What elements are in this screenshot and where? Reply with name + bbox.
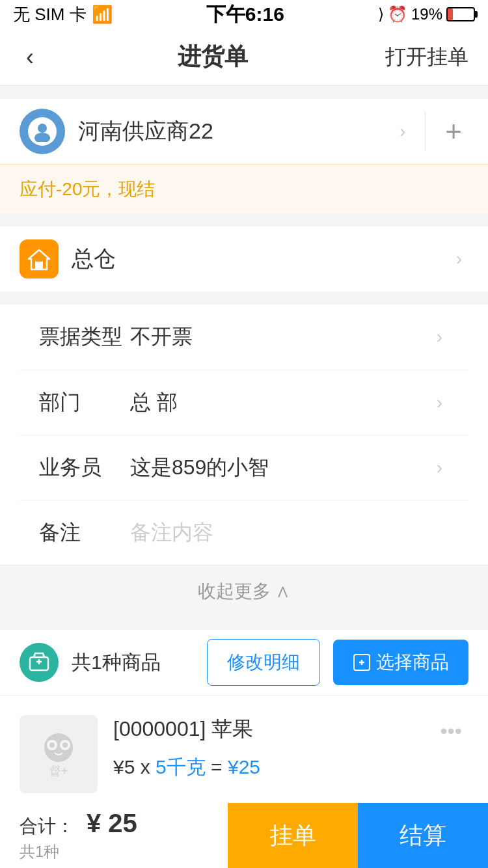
product-price-row: ¥5 x 5千克 = ¥25 [113,754,433,781]
product-info: [0000001] 苹果 ¥5 x 5千克 = ¥25 [113,715,433,781]
svg-point-1 [34,133,50,142]
product-qty: 5千克 [156,756,206,778]
department-label: 部门 [39,388,130,417]
warehouse-chevron-icon: › [456,249,462,269]
product-name: [0000001] 苹果 [113,715,433,744]
hang-order-button[interactable]: 挂单 [228,803,358,868]
avatar-inner [28,117,57,146]
select-product-button[interactable]: 选择商品 [333,640,468,685]
form-section: 票据类型 不开票 › 部门 总 部 › 业务员 这是859的小智 › 备注 备注… [0,305,488,565]
salesperson-value: 这是859的小智 [130,454,437,482]
home-icon [27,247,51,271]
warning-text: 应付-20元，现结 [20,179,155,199]
invoice-type-label: 票据类型 [39,323,130,351]
checkout-button[interactable]: 结算 [358,803,488,868]
alarm-icon: ⏰ [388,5,407,23]
products-icon [20,643,59,682]
svg-point-0 [38,124,47,133]
department-row[interactable]: 部门 总 部 › [20,370,468,435]
total-amount: ¥ 25 [87,809,137,837]
warning-banner: 应付-20元，现结 [0,164,488,213]
supplier-name: 河南供应商22 [78,116,400,146]
invoice-type-chevron-icon: › [437,327,442,347]
department-chevron-icon: › [437,392,442,413]
product-equals: = [211,756,228,778]
section-gap-4 [0,617,488,630]
warehouse-icon [20,239,59,278]
supplier-divider [425,112,426,151]
page-title: 进货单 [178,41,248,73]
salesperson-row[interactable]: 业务员 这是859的小智 › [20,435,468,500]
svg-rect-3 [35,262,43,269]
invoice-type-value: 不开票 [130,323,437,351]
product-thumbnail: 督+ [20,715,98,793]
status-time: 下午6:16 [206,1,284,28]
footer-total: 合计： ¥ 25 共1种 [0,809,228,862]
product-display-name: 苹果 [211,717,253,740]
svg-point-13 [49,742,55,748]
person-icon [32,121,53,142]
add-supplier-button[interactable]: + [439,109,468,154]
product-multiply: x [141,756,156,778]
remark-placeholder: 备注内容 [130,519,449,547]
product-code: [0000001] [113,717,206,740]
collapse-text: 收起更多 ∧ [198,579,291,604]
total-label: 合计： [20,816,74,836]
location-icon: ⟩ [378,5,384,23]
salesperson-chevron-icon: › [437,457,442,478]
invoice-type-row[interactable]: 票据类型 不开票 › [20,305,468,370]
collapse-row[interactable]: 收起更多 ∧ [0,565,488,617]
product-unit-price: ¥5 [113,756,135,778]
remark-label: 备注 [39,519,130,547]
cart-icon [27,651,51,674]
open-pending-button[interactable]: 打开挂单 [385,43,468,72]
salesperson-label: 业务员 [39,454,130,482]
section-gap-1 [0,86,488,99]
status-left: 无 SIM 卡 📶 [13,3,113,26]
section-gap-2 [0,213,488,226]
total-count: 共1种 [20,841,208,862]
battery-text: 19% [411,5,442,23]
supplier-avatar [20,109,65,154]
supplier-row[interactable]: 河南供应商22 › + [0,99,488,164]
warehouse-row[interactable]: 总仓 › [0,226,488,292]
status-bar: 无 SIM 卡 📶 下午6:16 ⟩ ⏰ 19% [0,0,488,29]
products-count: 共1种商品 [72,649,207,676]
section-gap-3 [0,292,488,305]
department-value: 总 部 [130,388,437,417]
battery-icon [446,7,475,21]
carrier-text: 无 SIM 卡 [13,3,87,26]
product-thumb-owl-icon: 督+ [33,728,85,780]
edit-detail-button[interactable]: 修改明细 [207,639,320,686]
back-button[interactable]: ‹ [20,37,40,77]
nav-bar: ‹ 进货单 打开挂单 [0,29,488,86]
supplier-chevron-icon: › [400,121,405,142]
status-right: ⟩ ⏰ 19% [378,5,475,23]
product-total: ¥25 [228,756,260,778]
product-item: 督+ [0000001] 苹果 ¥5 x 5千克 = ¥25 ••• [0,695,488,813]
product-more-button[interactable]: ••• [433,715,468,747]
select-product-icon [353,653,371,671]
svg-text:督+: 督+ [49,765,68,778]
products-header: 共1种商品 修改明细 选择商品 [0,630,488,695]
footer: 合计： ¥ 25 共1种 挂单 结算 [0,803,488,868]
svg-point-14 [62,742,68,748]
select-product-label: 选择商品 [376,650,449,675]
wifi-icon: 📶 [92,5,113,25]
remark-row[interactable]: 备注 备注内容 [20,500,468,565]
warehouse-name: 总仓 [72,244,456,274]
